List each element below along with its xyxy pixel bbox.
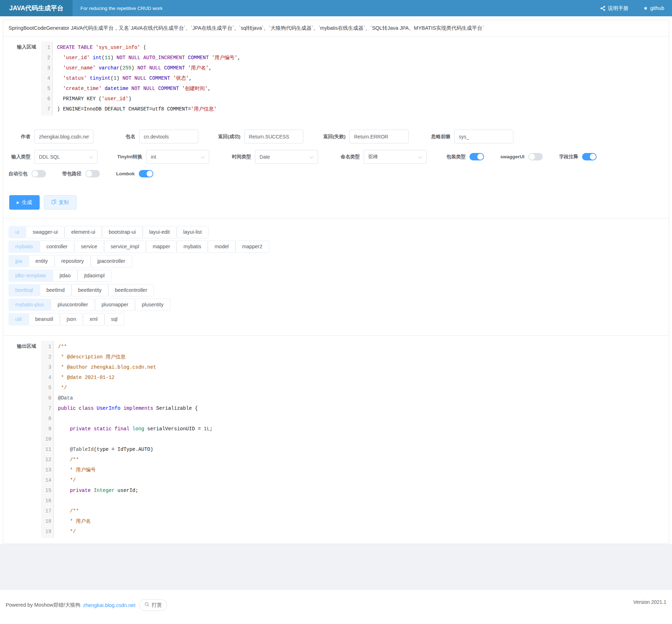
tab-element-ui[interactable]: element-ui (64, 226, 102, 238)
footer: Powered by Moshow郑锴/大狼狗 zhengkai.blog.cs… (0, 590, 672, 624)
tab-bootstrap-ui[interactable]: bootstrap-ui (102, 226, 143, 238)
tab-json[interactable]: json (60, 313, 83, 325)
tab-mapper[interactable]: mapper (146, 240, 177, 253)
sql-input-editor[interactable]: 1234567 CREATE TABLE 'sys_user_info' ( '… (41, 41, 664, 115)
tab-row-jdbc-template: jdbc-templatejtdaojtdaoimpl (8, 270, 664, 282)
tab-beanutil[interactable]: beanutil (29, 313, 60, 325)
switch-label: 自动引包 (8, 171, 28, 177)
copy-button[interactable]: 复制 (44, 195, 76, 210)
form-group-输入类型: 输入类型DDL SQL (8, 150, 97, 164)
switch-group-包装类型: 包装类型 (446, 153, 484, 160)
output-area-label: 输出区域 (8, 341, 36, 538)
tab-controller[interactable]: controller (40, 240, 74, 253)
tab-util[interactable]: util (8, 313, 29, 325)
line-number: 9 (45, 424, 51, 434)
tab-layui-edit[interactable]: layui-edit (143, 226, 177, 238)
text-field[interactable] (139, 130, 198, 143)
tab-sql[interactable]: sql (104, 313, 125, 325)
tab-mybatis[interactable]: mybatis (8, 240, 40, 253)
text-field[interactable] (349, 130, 409, 143)
text-field[interactable] (34, 130, 93, 143)
line-number: 19 (45, 527, 51, 537)
code-line: PRIMARY KEY ('user_id') (57, 94, 664, 104)
tab-swagger-ui[interactable]: swagger-ui (26, 226, 64, 238)
toggle-switch[interactable] (139, 170, 153, 177)
line-number: 17 (45, 506, 51, 516)
line-number: 5 (45, 383, 51, 393)
switch-group-swaggerUI: swaggerUI (500, 153, 543, 160)
tab-beetlentity[interactable]: beetlentity (72, 284, 108, 296)
text-field[interactable] (244, 130, 303, 143)
nav-manual-label: 说明手册 (608, 5, 628, 12)
tab-plusentity[interactable]: plusentity (135, 299, 170, 311)
reward-button[interactable]: 打赏 (139, 599, 167, 611)
line-number: 1 (45, 42, 50, 53)
tab-service[interactable]: service (74, 240, 104, 253)
field-label: 输入类型 (8, 154, 30, 160)
nav-github-link[interactable]: ★ github (643, 5, 664, 11)
select-dropdown[interactable]: Date (255, 150, 318, 164)
blog-link[interactable]: zhengkai.blog.csdn.net (83, 602, 135, 608)
field-label: 返回(失败) (323, 134, 346, 140)
switch-group-Lombok: Lombok (116, 170, 153, 177)
tab-mybatis-plus[interactable]: mybatis-plus (8, 299, 51, 311)
tab-model[interactable]: model (208, 240, 235, 253)
tab-beetlmd[interactable]: beetlmd (40, 284, 72, 296)
toggle-switch[interactable] (85, 170, 100, 177)
toggle-switch[interactable] (32, 170, 46, 177)
tab-service_impl[interactable]: service_impl (104, 240, 146, 253)
tab-jpa[interactable]: jpa (8, 255, 29, 267)
line-number: 16 (45, 496, 51, 506)
tab-row-ui: uiswagger-uielement-uibootstrap-uilayui-… (8, 226, 664, 238)
sql-code[interactable]: CREATE TABLE 'sys_user_info' ( 'user_id'… (53, 41, 664, 115)
code-line: /** (58, 455, 664, 465)
toggle-switch[interactable] (469, 153, 484, 160)
tab-row-beetlsql: beetlsqlbeetlmdbeetlentitybeetlcontrolle… (8, 284, 664, 296)
tab-jdbc-template[interactable]: jdbc-template (8, 270, 53, 282)
form-group-作者: 作者 (8, 130, 93, 143)
code-line: * @description 用户信息 (58, 352, 664, 362)
play-icon: ▶ (17, 200, 19, 204)
select-dropdown[interactable]: DDL SQL (34, 150, 97, 164)
line-number-gutter: 1234567 (41, 41, 53, 115)
tab-entity[interactable]: entity (29, 255, 55, 267)
line-number-gutter: 12345678910111213141516171819 (41, 341, 54, 538)
tab-jtdao[interactable]: jtdao (53, 270, 77, 282)
select-dropdown[interactable]: int (146, 150, 209, 164)
java-code[interactable]: /** * @description 用户信息 * @author zhengk… (54, 341, 664, 538)
toggle-switch[interactable] (528, 153, 543, 160)
form-group-返回(失败): 返回(失败) (323, 130, 409, 143)
tab-beetlsql[interactable]: beetlsql (8, 284, 40, 296)
generate-label: 生成 (22, 199, 32, 206)
tab-mapper2[interactable]: mapper2 (235, 240, 269, 253)
line-number: 2 (45, 352, 51, 362)
tab-jpacontroller[interactable]: jpacontroller (91, 255, 132, 267)
tab-mybatis[interactable]: mybatis (177, 240, 208, 253)
tab-xml[interactable]: xml (83, 313, 104, 325)
line-number: 7 (45, 104, 50, 114)
line-number: 5 (45, 84, 50, 94)
tab-plusmapper[interactable]: plusmapper (95, 299, 135, 311)
select-value: DDL SQL (39, 154, 60, 160)
tab-ui[interactable]: ui (8, 226, 26, 238)
tab-pluscontroller[interactable]: pluscontroller (51, 299, 95, 311)
switch-knob (529, 154, 535, 160)
text-field[interactable] (454, 130, 513, 143)
toggle-switch[interactable] (582, 153, 597, 160)
tab-beetlcontroller[interactable]: beetlcontroller (108, 284, 154, 296)
switch-label: 带包路径 (62, 171, 81, 177)
line-number: 18 (45, 516, 51, 527)
switch-knob (147, 171, 153, 177)
tab-jtdaoimpl[interactable]: jtdaoimpl (78, 270, 112, 282)
switch-group-自动引包: 自动引包 (8, 170, 46, 177)
tab-layui-list[interactable]: layui-list (177, 226, 209, 238)
switch-label: 字段注释 (559, 154, 578, 160)
generate-button[interactable]: ▶ 生成 (9, 195, 40, 210)
nav-manual-link[interactable]: 说明手册 (600, 5, 628, 12)
tab-repository[interactable]: repository (55, 255, 91, 267)
line-number: 8 (45, 414, 51, 424)
form-group-返回(成功): 返回(成功) (218, 130, 303, 143)
select-dropdown[interactable]: 驼峰 (364, 150, 427, 164)
tab-row-util: utilbeanutiljsonxmlsql (8, 313, 664, 325)
java-output-editor[interactable]: 12345678910111213141516171819 /** * @des… (41, 341, 664, 538)
